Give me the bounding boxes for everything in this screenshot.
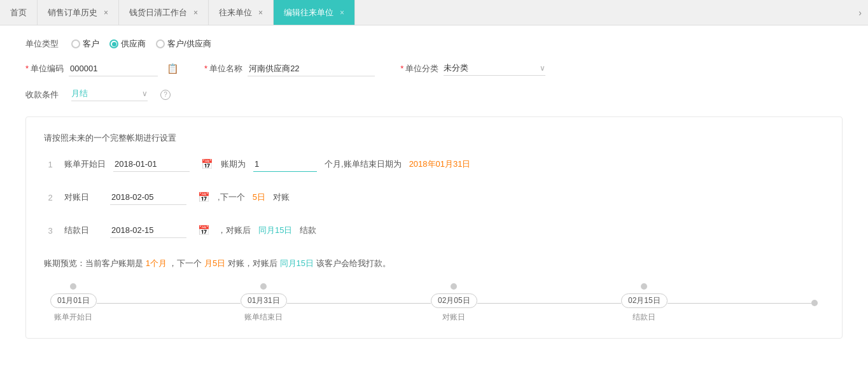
- preview-suffix: 该客户会给我打款。: [316, 258, 391, 268]
- row3-suffix: 结款: [300, 225, 316, 236]
- radio-group-unit-type: 客户 供应商 客户/供应商: [71, 38, 211, 50]
- row2-prefix: ,下一个: [218, 192, 245, 203]
- row2-field-label: 对账日: [64, 192, 102, 203]
- timeline-label-start: 账单开始日: [54, 312, 92, 323]
- tab-edit-partner[interactable]: 编辑往来单位 ×: [274, 0, 355, 25]
- period-settings-box: 请按照未来的一个完整帐期进行设置 1 账单开始日 📅 账期为 个月,账单结束日期…: [25, 116, 843, 339]
- radio-both-label: 客户/供应商: [167, 38, 211, 50]
- preview-1month: 1个月: [146, 258, 167, 268]
- row3-calendar-icon[interactable]: 📅: [198, 225, 210, 236]
- timeline-line-3: [477, 303, 621, 304]
- timeline-line-4: [668, 303, 811, 304]
- row3-field-label: 结款日: [64, 225, 102, 236]
- row-reconcile-date: 2 对账日 📅 ,下一个 5日 对账: [44, 190, 824, 205]
- tab-sales-history-close[interactable]: ×: [104, 8, 108, 17]
- tab-partner-units[interactable]: 往来单位 ×: [209, 0, 274, 25]
- row3-num: 3: [44, 226, 57, 236]
- timeline-node-start: 01月01日 账单开始日: [50, 283, 97, 323]
- tab-edit-partner-label: 编辑往来单位: [284, 7, 333, 18]
- payment-terms-select[interactable]: 月结 ∨: [71, 88, 148, 101]
- row1-end-date: 2018年01月31日: [409, 158, 471, 170]
- timeline-dot-start: [70, 283, 76, 290]
- row2-num: 2: [44, 193, 57, 202]
- radio-supplier-label: 供应商: [121, 38, 146, 50]
- unit-name-input[interactable]: [248, 61, 375, 76]
- timeline-pill-reconcile: 02月05日: [431, 293, 477, 308]
- timeline-node-payment: 02月15日 结款日: [621, 283, 668, 323]
- row2-suffix: 对账: [273, 192, 290, 203]
- payment-terms-value: 月结: [71, 88, 139, 99]
- row1-calendar-icon[interactable]: 📅: [201, 158, 213, 170]
- tab-home[interactable]: 首页: [0, 0, 38, 25]
- timeline-line-1: [97, 303, 241, 304]
- section-instruction: 请按照未来的一个完整帐期进行设置: [44, 132, 824, 144]
- unit-code-input[interactable]: [69, 61, 158, 76]
- row2-calendar-icon[interactable]: 📅: [198, 192, 210, 203]
- unit-name-group: 单位名称: [204, 61, 375, 76]
- row1-mid-label: 账期为: [221, 158, 246, 170]
- preview-prefix: 账期预览：当前客户账期是: [44, 258, 143, 268]
- preview-text: 账期预览：当前客户账期是 1个月 ，下一个 月5日 对账，对账后 同月15日 该…: [44, 256, 824, 271]
- unit-type-label: 单位类型: [25, 38, 59, 50]
- timeline-dot-reconcile: [451, 283, 457, 290]
- radio-both[interactable]: 客户/供应商: [156, 38, 211, 50]
- row1-suffix: 个月,账单结束日期为: [325, 158, 402, 170]
- timeline-dot-end: [260, 283, 267, 290]
- timeline-track: 01月01日 账单开始日 01月31日 账单结束日 02月05日 对账日: [50, 283, 818, 323]
- unit-code-label: 单位编码: [25, 63, 64, 74]
- row3-prefix: ，对账后: [218, 225, 251, 236]
- timeline-pill-end: 01月31日: [241, 293, 287, 308]
- row2-day: 5日: [253, 192, 265, 203]
- unit-category-select[interactable]: 未分类 ∨: [444, 62, 545, 76]
- main-content: 单位类型 客户 供应商 客户/供应商 单位编码 📋 单位名称: [0, 25, 868, 387]
- preview-5th: 月5日: [204, 258, 225, 268]
- unit-category-arrow: ∨: [540, 64, 545, 73]
- payment-terms-label: 收款条件: [25, 89, 59, 101]
- timeline-pill-start: 01月01日: [50, 293, 97, 308]
- row3-day: 同月15日: [258, 225, 292, 236]
- tab-cash-workbench-close[interactable]: ×: [193, 8, 198, 17]
- payment-terms-help-icon[interactable]: ?: [160, 90, 171, 100]
- tab-home-label: 首页: [10, 7, 27, 18]
- tab-partner-units-label: 往来单位: [219, 7, 252, 18]
- row1-period-input[interactable]: [253, 157, 317, 172]
- unit-name-label: 单位名称: [204, 63, 242, 74]
- timeline-pill-payment: 02月15日: [621, 293, 668, 308]
- timeline-dot-payment: [641, 283, 647, 290]
- row1-date-input[interactable]: [113, 157, 190, 172]
- row-payment-date: 3 结款日 📅 ，对账后 同月15日 结款: [44, 223, 824, 238]
- timeline-node-reconcile: 02月05日 对账日: [431, 283, 477, 323]
- timeline-label-payment: 结款日: [633, 312, 655, 323]
- tab-edit-partner-close[interactable]: ×: [340, 8, 344, 17]
- row2-date-input[interactable]: [110, 190, 186, 205]
- preview-sep2: 对账，对账后: [228, 258, 277, 268]
- tab-partner-units-close[interactable]: ×: [258, 8, 263, 17]
- payment-terms-arrow: ∨: [142, 89, 148, 98]
- preview-sep1: ，下一个: [169, 258, 202, 268]
- tab-sales-history[interactable]: 销售订单历史 ×: [38, 0, 119, 25]
- preview-same15: 同月15日: [280, 258, 314, 268]
- timeline-dot-tail: [811, 300, 818, 306]
- row-start-date: 1 账单开始日 📅 账期为 个月,账单结束日期为 2018年01月31日: [44, 157, 824, 172]
- tabs-bar: 首页 销售订单历史 × 钱货日清工作台 × 往来单位 × 编辑往来单位 × ›: [0, 0, 868, 25]
- tab-cash-workbench-label: 钱货日清工作台: [129, 7, 187, 18]
- radio-supplier[interactable]: 供应商: [109, 38, 146, 50]
- radio-customer-label: 客户: [83, 38, 99, 50]
- tab-sales-history-label: 销售订单历史: [48, 7, 97, 18]
- unit-code-group: 单位编码 📋: [25, 61, 179, 76]
- tab-cash-workbench[interactable]: 钱货日清工作台 ×: [119, 0, 209, 25]
- unit-type-row: 单位类型 客户 供应商 客户/供应商: [25, 38, 843, 50]
- unit-category-value: 未分类: [444, 62, 537, 74]
- unit-code-calendar-icon[interactable]: 📋: [167, 63, 179, 74]
- radio-customer-circle: [71, 39, 80, 48]
- row1-field-label: 账单开始日: [64, 158, 106, 170]
- unit-info-row: 单位编码 📋 单位名称 单位分类 未分类 ∨: [25, 61, 843, 76]
- timeline-label-reconcile: 对账日: [442, 312, 465, 323]
- radio-supplier-circle: [109, 39, 118, 48]
- row3-date-input[interactable]: [110, 223, 186, 238]
- radio-both-circle: [156, 39, 165, 48]
- radio-customer[interactable]: 客户: [71, 38, 99, 50]
- timeline-label-end: 账单结束日: [244, 312, 283, 323]
- tab-arrow-right[interactable]: ›: [852, 0, 868, 25]
- unit-category-group: 单位分类 未分类 ∨: [400, 62, 545, 76]
